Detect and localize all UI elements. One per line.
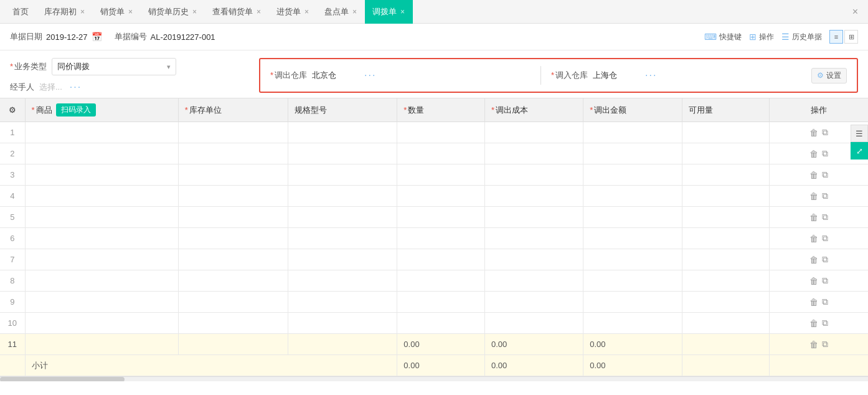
transfer-in-value[interactable]: 上海仓 — [590, 69, 640, 82]
tab-view-sales[interactable]: 查看销货单 × — [205, 0, 269, 24]
calendar-icon[interactable]: 📅 — [92, 32, 102, 42]
shortcut-button[interactable]: ⌨ 快捷键 — [704, 32, 742, 42]
tab-close-sales-history[interactable]: × — [192, 7, 197, 16]
cell-qty[interactable] — [397, 292, 485, 313]
row-copy-icon[interactable]: ⧉ — [822, 339, 828, 350]
cell-spec[interactable] — [288, 313, 397, 334]
tab-close-sales-order[interactable]: × — [128, 7, 133, 16]
cell-qty[interactable] — [397, 164, 485, 186]
row-copy-icon[interactable]: ⧉ — [822, 254, 828, 265]
cell-unit[interactable] — [178, 143, 288, 164]
cell-cost[interactable] — [485, 207, 583, 228]
row-copy-icon[interactable]: ⧉ — [822, 233, 828, 244]
cell-product[interactable] — [25, 228, 178, 249]
transfer-out-value[interactable]: 北京仓 — [309, 69, 359, 82]
layout-list-icon[interactable]: ≡ — [829, 30, 843, 44]
cell-amount[interactable] — [583, 270, 682, 292]
cell-unit[interactable] — [178, 228, 288, 249]
side-list-icon[interactable]: ☰ — [851, 125, 868, 142]
cell-cost[interactable] — [485, 270, 583, 292]
cell-cost[interactable] — [485, 122, 583, 143]
row-delete-icon[interactable]: 🗑 — [809, 149, 818, 159]
cell-unit[interactable] — [178, 270, 288, 292]
cell-cost[interactable] — [485, 292, 583, 313]
cell-cost[interactable] — [485, 228, 583, 249]
cell-cost[interactable] — [485, 143, 583, 164]
order-value[interactable]: AL-20191227-001 — [151, 32, 215, 42]
tab-purchase-order[interactable]: 进货单 × — [269, 0, 317, 24]
cell-spec[interactable] — [288, 207, 397, 228]
col-gear[interactable]: ⚙ — [0, 98, 25, 122]
row-copy-icon[interactable]: ⧉ — [822, 212, 828, 222]
row-delete-icon[interactable]: 🗑 — [809, 170, 818, 180]
cell-spec[interactable] — [288, 228, 397, 249]
cell-product[interactable] — [25, 164, 178, 186]
cell-amount[interactable] — [583, 143, 682, 164]
cell-unit[interactable] — [178, 207, 288, 228]
cell-qty[interactable] — [397, 313, 485, 334]
cell-product[interactable] — [25, 122, 178, 143]
cell-product[interactable] — [25, 292, 178, 313]
row-delete-icon[interactable]: 🗑 — [809, 340, 818, 350]
side-expand-icon[interactable]: ⤢ — [851, 142, 868, 159]
cell-product[interactable] — [25, 270, 178, 292]
cell-unit[interactable] — [178, 313, 288, 334]
row-delete-icon[interactable]: 🗑 — [809, 255, 818, 265]
cell-product[interactable] — [25, 249, 178, 270]
cell-amount[interactable] — [583, 228, 682, 249]
cell-qty[interactable] — [397, 249, 485, 270]
operations-button[interactable]: ⊞ 操作 — [749, 32, 774, 42]
tab-transfer-order[interactable]: 调拨单 × — [365, 0, 413, 24]
cell-spec[interactable] — [288, 292, 397, 313]
tab-close-transfer-order[interactable]: × — [400, 7, 405, 16]
window-close-button[interactable]: × — [847, 4, 863, 19]
cell-unit[interactable] — [178, 186, 288, 207]
cell-cost[interactable] — [485, 186, 583, 207]
row-copy-icon[interactable]: ⧉ — [822, 191, 828, 201]
cell-product[interactable] — [25, 207, 178, 228]
tab-sales-order[interactable]: 销货单 × — [93, 0, 141, 24]
cell-qty[interactable] — [397, 122, 485, 143]
cell-spec[interactable] — [288, 249, 397, 270]
row-copy-icon[interactable]: ⧉ — [822, 318, 828, 328]
cell-unit[interactable] — [178, 164, 288, 186]
handler-more-button[interactable]: ··· — [67, 82, 84, 93]
settings-button[interactable]: ⚙ 设置 — [811, 68, 847, 83]
business-type-select[interactable]: 同价调拨 ▾ — [52, 58, 176, 75]
history-button[interactable]: ☰ 历史单据 — [781, 32, 822, 42]
tab-close-view-sales[interactable]: × — [257, 7, 261, 16]
cell-amount[interactable] — [583, 164, 682, 186]
cell-spec[interactable] — [288, 164, 397, 186]
cell-cost[interactable] — [485, 164, 583, 186]
row-copy-icon[interactable]: ⧉ — [822, 297, 828, 307]
cell-product[interactable] — [25, 186, 178, 207]
row-copy-icon[interactable]: ⧉ — [822, 169, 828, 180]
tab-home[interactable]: 首页 — [5, 0, 37, 24]
row-delete-icon[interactable]: 🗑 — [809, 128, 818, 138]
row-copy-icon[interactable]: ⧉ — [822, 275, 828, 286]
handler-select[interactable]: 选择... — [39, 82, 62, 93]
cell-amount[interactable] — [583, 292, 682, 313]
cell-spec[interactable] — [288, 186, 397, 207]
cell-amount[interactable] — [583, 186, 682, 207]
cell-unit[interactable] — [178, 249, 288, 270]
row-delete-icon[interactable]: 🗑 — [809, 212, 818, 222]
cell-cost[interactable] — [485, 313, 583, 334]
cell-qty[interactable] — [397, 186, 485, 207]
tab-sales-history[interactable]: 销货单历史 × — [141, 0, 205, 24]
tab-close-inventory-init[interactable]: × — [80, 7, 85, 16]
horizontal-scrollbar[interactable] — [0, 376, 868, 381]
row-copy-icon[interactable]: ⧉ — [822, 127, 828, 138]
cell-unit[interactable] — [178, 292, 288, 313]
tab-close-purchase-order[interactable]: × — [304, 7, 309, 16]
tab-close-inventory-check[interactable]: × — [352, 7, 357, 16]
row-delete-icon[interactable]: 🗑 — [809, 276, 818, 286]
cell-spec[interactable] — [288, 270, 397, 292]
cell-spec[interactable] — [288, 122, 397, 143]
row-delete-icon[interactable]: 🗑 — [809, 234, 818, 244]
scroll-thumb[interactable] — [0, 377, 125, 381]
cell-cost[interactable] — [485, 249, 583, 270]
row-copy-icon[interactable]: ⧉ — [822, 148, 828, 159]
cell-amount[interactable] — [583, 313, 682, 334]
cell-unit[interactable] — [178, 122, 288, 143]
